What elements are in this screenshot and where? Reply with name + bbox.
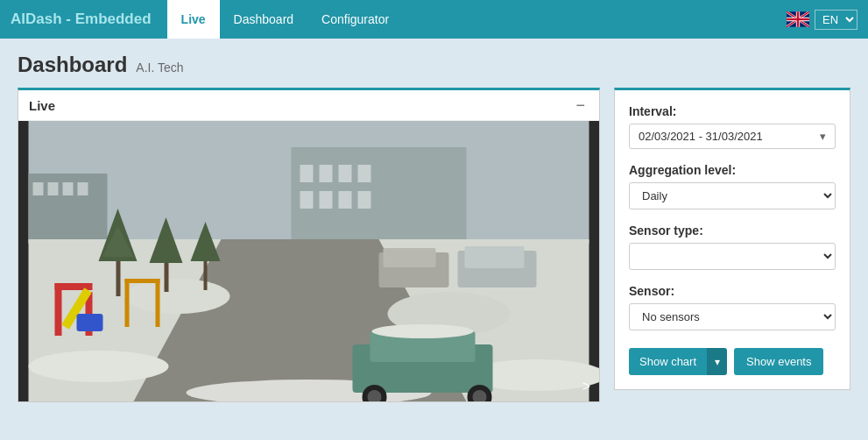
navbar: AIDash - Embedded Live Dashboard Configu… [0,0,868,39]
language-selector: EN DE FR [787,10,857,30]
nav-item-configurator[interactable]: Configurator [307,0,403,39]
sensor-group: Sensor: No sensors [629,284,836,330]
sensor-type-select[interactable] [629,243,836,270]
page-title: Dashboard [18,53,127,77]
svg-rect-5 [339,165,352,182]
svg-rect-2 [292,147,467,244]
svg-rect-7 [300,191,314,209]
svg-rect-3 [300,165,314,182]
interval-picker[interactable]: 02/03/2021 - 31/03/2021 ▾ [629,124,836,149]
aggregation-label: Aggregation level: [629,163,836,177]
show-chart-dropdown-button[interactable]: ▾ [707,348,727,375]
svg-rect-13 [48,182,59,195]
sensor-type-group: Sensor type: [629,224,836,270]
brand-prefix: AI [11,11,25,27]
svg-rect-8 [320,191,333,209]
live-panel-header: Live − [18,90,599,121]
svg-rect-32 [156,279,160,327]
sensor-label: Sensor: [629,284,836,298]
svg-rect-29 [55,283,93,290]
interval-caret: ▾ [820,130,826,143]
svg-rect-41 [465,246,525,268]
action-buttons: Show chart ▾ Show events [629,348,836,375]
aggregation-group: Aggregation level: Daily Weekly Monthly … [629,163,836,209]
video-container: > [18,121,599,401]
svg-rect-9 [339,191,352,209]
page-subtitle: A.I. Tech [136,60,183,75]
video-scene [18,121,599,401]
svg-rect-27 [55,283,62,336]
app-brand: AIDash - Embedded [11,11,152,28]
svg-rect-14 [63,182,74,195]
aggregation-select[interactable]: Daily Weekly Monthly Hourly [629,182,836,209]
svg-rect-6 [358,165,371,182]
svg-rect-4 [320,165,333,182]
interval-label: Interval: [629,104,836,118]
svg-point-48 [372,324,474,338]
video-arrow[interactable]: > [582,379,590,394]
show-chart-split-button: Show chart ▾ [629,348,727,375]
svg-rect-39 [384,248,436,267]
sidebar: Interval: 02/03/2021 - 31/03/2021 ▾ Aggr… [614,88,850,390]
live-panel-title: Live [29,98,55,113]
svg-rect-33 [125,279,160,283]
lang-dropdown[interactable]: EN DE FR [815,10,857,30]
nav-item-live[interactable]: Live [167,0,220,39]
sensor-select[interactable]: No sensors [629,303,836,330]
main-layout: Live − [18,88,850,402]
svg-rect-12 [33,182,44,195]
svg-point-18 [125,279,230,314]
svg-rect-34 [77,314,103,331]
sensor-type-label: Sensor type: [629,224,836,238]
interval-value: 02/03/2021 - 31/03/2021 [639,130,763,143]
show-events-button[interactable]: Show events [734,348,823,375]
svg-rect-31 [125,279,130,327]
page-content: Dashboard A.I. Tech Live − [0,39,868,416]
svg-point-35 [29,351,169,382]
show-chart-button[interactable]: Show chart [629,348,707,375]
svg-rect-10 [358,191,371,209]
flag-icon [787,11,809,27]
brand-title: Dash - Embedded [25,11,152,27]
interval-group: Interval: 02/03/2021 - 31/03/2021 ▾ [629,104,836,149]
minimize-button[interactable]: − [572,97,589,113]
nav-items: Live Dashboard Configurator [167,0,787,39]
svg-rect-15 [78,182,88,195]
page-header: Dashboard A.I. Tech [18,53,850,77]
nav-item-dashboard[interactable]: Dashboard [220,0,308,39]
live-panel: Live − [18,88,600,402]
